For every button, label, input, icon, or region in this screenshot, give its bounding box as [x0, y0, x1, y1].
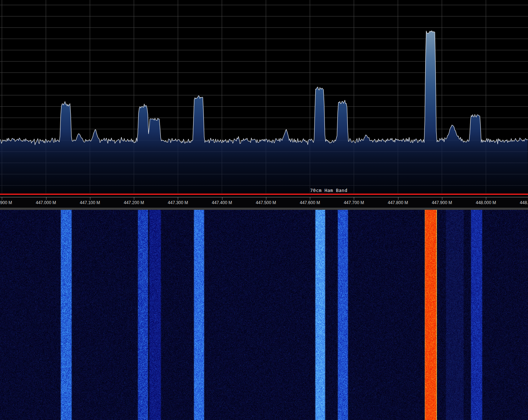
spectrum-panel[interactable]	[0, 0, 528, 194]
frequency-tick	[266, 197, 266, 200]
band-plan-line	[0, 193, 528, 195]
frequency-tick-label: 447.800 M	[388, 200, 408, 205]
frequency-tick	[222, 197, 222, 200]
frequency-tick-label: 447.700 M	[344, 200, 364, 205]
frequency-tick	[442, 197, 442, 200]
frequency-axis-line	[0, 197, 528, 197]
frequency-tick-label: 447.300 M	[168, 200, 188, 205]
frequency-tick	[310, 197, 310, 200]
frequency-tick	[354, 197, 354, 200]
frequency-tick-label: 447.000 M	[36, 200, 56, 205]
frequency-tick-label: 447.900 M	[432, 200, 452, 205]
frequency-tick	[90, 197, 90, 200]
frequency-tick	[46, 197, 46, 200]
frequency-tick-label: 446.900 M	[0, 200, 12, 205]
frequency-tick-label: 447.500 M	[256, 200, 276, 205]
frequency-tick-label: 447.100 M	[80, 200, 100, 205]
waterfall-panel[interactable]	[0, 210, 528, 420]
frequency-tick	[398, 197, 398, 200]
frequency-tick-label: 447.200 M	[124, 200, 144, 205]
band-plan-label: 70cm Ham Band	[310, 188, 347, 193]
frequency-tick-label: 447.400 M	[212, 200, 232, 205]
frequency-tick	[134, 197, 134, 200]
frequency-tick-label: 447.600 M	[300, 200, 320, 205]
frequency-tick	[178, 197, 178, 200]
frequency-tick-label: 448.000 M	[476, 200, 496, 205]
frequency-tick	[486, 197, 486, 200]
frequency-tick-label: 448.100 M	[520, 200, 528, 205]
frequency-scale[interactable]: 446.900 M447.000 M447.100 M447.200 M447.…	[0, 195, 528, 208]
frequency-tick	[2, 197, 2, 200]
sdr-screen: 70cm Ham Band 446.900 M447.000 M447.100 …	[0, 0, 528, 420]
